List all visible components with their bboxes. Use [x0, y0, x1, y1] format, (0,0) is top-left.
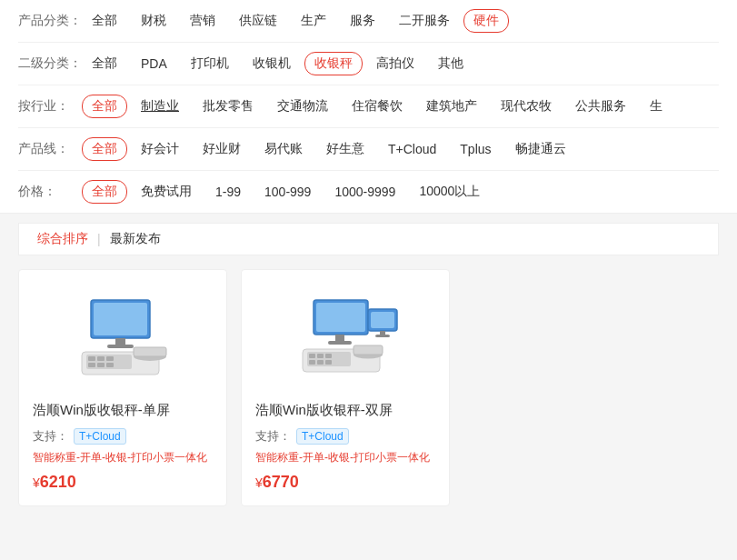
filter-item-hotel[interactable]: 住宿餐饮	[342, 95, 413, 118]
filter-section: 产品分类： 全部 财税 营销 供应链 生产 服务 二开服务 硬件 二级分类： 全…	[0, 0, 737, 214]
product-image-2	[286, 293, 404, 384]
product-desc-1: 智能称重-开单-收银-打印小票一体化	[33, 450, 213, 465]
filter-item-marketing[interactable]: 营销	[180, 9, 225, 33]
product-img-area-1	[33, 288, 213, 388]
filter-item-1-99[interactable]: 1-99	[205, 181, 251, 203]
filter-item-free[interactable]: 免费试用	[131, 180, 202, 204]
filter-items-product-category: 全部 财税 营销 供应链 生产 服务 二开服务 硬件	[82, 9, 509, 33]
product-card-1[interactable]: 浩顺Win版收银秤-单屏 支持： T+Cloud 智能称重-开单-收银-打印小票…	[18, 269, 227, 506]
filter-label-industry: 按行业：	[18, 98, 82, 115]
product-name-2: 浩顺Win版收银秤-双屏	[255, 402, 435, 419]
filter-items-product-line: 全部 好会计 好业财 易代账 好生意 T+Cloud Tplus 畅捷通云	[82, 137, 576, 161]
sort-item-comprehensive[interactable]: 综合排序	[33, 231, 93, 247]
filter-item-hyc[interactable]: 好业财	[193, 137, 251, 161]
svg-rect-27	[317, 354, 324, 358]
svg-rect-21	[375, 335, 390, 337]
filter-row-industry: 按行业： 全部 制造业 批发零售 交通物流 住宿餐饮 建筑地产 现代农牧 公共服…	[18, 85, 719, 128]
product-img-area-2	[255, 288, 435, 388]
filter-item-tcloud[interactable]: T+Cloud	[378, 138, 446, 160]
filter-item-hss[interactable]: 好生意	[316, 137, 374, 161]
sort-item-latest[interactable]: 最新发布	[105, 231, 165, 247]
svg-rect-28	[325, 354, 332, 358]
filter-label-price: 价格：	[18, 184, 82, 200]
filter-item-printer[interactable]: 打印机	[181, 52, 239, 75]
filter-item-manufacturing[interactable]: 制造业	[131, 95, 189, 118]
svg-rect-8	[88, 356, 95, 361]
filter-item-construction[interactable]: 建筑地产	[416, 95, 487, 118]
filter-item-ydy[interactable]: 易代账	[254, 137, 313, 161]
currency-symbol-2: ¥	[255, 475, 263, 490]
filter-item-highcam[interactable]: 高拍仪	[366, 52, 424, 75]
filter-row-product-line: 产品线： 全部 好会计 好业财 易代账 好生意 T+Cloud Tplus 畅捷…	[18, 128, 719, 171]
filter-item-public[interactable]: 公共服务	[565, 95, 636, 118]
svg-rect-13	[106, 363, 114, 367]
product-price-2: ¥6770	[255, 473, 435, 492]
filter-item-jjty[interactable]: 畅捷通云	[505, 137, 576, 161]
filter-item-supply[interactable]: 供应链	[229, 9, 287, 33]
filter-item-secondary[interactable]: 二开服务	[389, 9, 460, 33]
product-name-1: 浩顺Win版收银秤-单屏	[33, 402, 213, 419]
product-price-1: ¥6210	[33, 473, 213, 492]
filter-label-sub-category: 二级分类：	[18, 55, 82, 72]
filter-item-tplus[interactable]: Tplus	[450, 138, 501, 160]
svg-rect-2	[115, 338, 125, 345]
filter-item-wholesale[interactable]: 批发零售	[193, 95, 264, 118]
svg-rect-19	[371, 312, 394, 328]
filter-item-service[interactable]: 服务	[340, 9, 385, 33]
filter-label-product-category: 产品分类：	[18, 13, 82, 29]
product-desc-2: 智能称重-开单-收银-打印小票一体化	[255, 450, 435, 465]
product-support-1: 支持： T+Cloud	[33, 428, 213, 445]
svg-rect-12	[97, 363, 105, 367]
svg-rect-11	[88, 363, 95, 367]
svg-rect-17	[328, 341, 352, 345]
product-support-label-1: 支持：	[33, 428, 68, 445]
svg-rect-16	[335, 335, 344, 342]
svg-rect-30	[317, 360, 324, 365]
filter-item-10000plus[interactable]: 10000以上	[409, 180, 490, 204]
product-card-2[interactable]: 浩顺Win版收银秤-双屏 支持： T+Cloud 智能称重-开单-收银-打印小票…	[241, 269, 450, 506]
filter-item-other[interactable]: 其他	[428, 52, 473, 75]
filter-item-agri[interactable]: 现代农牧	[491, 95, 562, 118]
filter-item-tax[interactable]: 财税	[131, 9, 176, 33]
svg-rect-7	[134, 347, 166, 356]
price-number-1: 6210	[40, 473, 76, 491]
filter-item-all-industry[interactable]: 全部	[82, 95, 127, 118]
product-image-1	[64, 293, 182, 384]
filter-items-sub-category: 全部 PDA 打印机 收银机 收银秤 高拍仪 其他	[82, 52, 473, 75]
filter-items-industry: 全部 制造业 批发零售 交通物流 住宿餐饮 建筑地产 现代农牧 公共服务 生	[82, 95, 672, 118]
svg-rect-31	[325, 360, 332, 365]
sort-bar: 综合排序 | 最新发布	[18, 223, 719, 255]
svg-rect-15	[316, 303, 365, 332]
filter-item-transport[interactable]: 交通物流	[267, 95, 338, 118]
filter-item-all-price[interactable]: 全部	[82, 180, 127, 204]
filter-item-hardware[interactable]: 硬件	[463, 9, 509, 33]
filter-item-production[interactable]: 生产	[291, 9, 336, 33]
svg-rect-1	[94, 303, 147, 335]
filter-item-all-line[interactable]: 全部	[82, 137, 127, 161]
sort-divider: |	[93, 232, 105, 246]
filter-item-pda[interactable]: PDA	[131, 53, 177, 75]
filter-item-all-sub[interactable]: 全部	[82, 52, 127, 75]
filter-item-1000-9999[interactable]: 1000-9999	[324, 181, 405, 203]
price-number-2: 6770	[263, 473, 299, 491]
svg-rect-25	[354, 345, 383, 355]
support-badge-1: T+Cloud	[74, 428, 126, 445]
currency-symbol-1: ¥	[33, 475, 40, 490]
filter-item-bio[interactable]: 生	[640, 95, 672, 118]
filter-row-price: 价格： 全部 免费试用 1-99 100-999 1000-9999 10000…	[18, 171, 719, 213]
products-area: 浩顺Win版收银秤-单屏 支持： T+Cloud 智能称重-开单-收银-打印小票…	[0, 255, 737, 520]
svg-rect-9	[97, 356, 105, 361]
filter-item-cashscale[interactable]: 收银秤	[304, 52, 363, 75]
filter-item-100-999[interactable]: 100-999	[254, 181, 321, 203]
filter-row-product-category: 产品分类： 全部 财税 营销 供应链 生产 服务 二开服务 硬件	[18, 0, 719, 43]
filter-item-hkj[interactable]: 好会计	[131, 137, 189, 161]
svg-rect-10	[106, 356, 114, 361]
svg-rect-26	[309, 354, 315, 358]
svg-rect-29	[309, 360, 315, 365]
filter-item-cashregister[interactable]: 收银机	[243, 52, 301, 75]
filter-label-product-line: 产品线：	[18, 141, 82, 157]
product-support-2: 支持： T+Cloud	[255, 428, 435, 445]
filter-row-sub-category: 二级分类： 全部 PDA 打印机 收银机 收银秤 高拍仪 其他	[18, 43, 719, 85]
filter-item-all-product[interactable]: 全部	[82, 9, 127, 33]
support-badge-2: T+Cloud	[296, 428, 349, 445]
